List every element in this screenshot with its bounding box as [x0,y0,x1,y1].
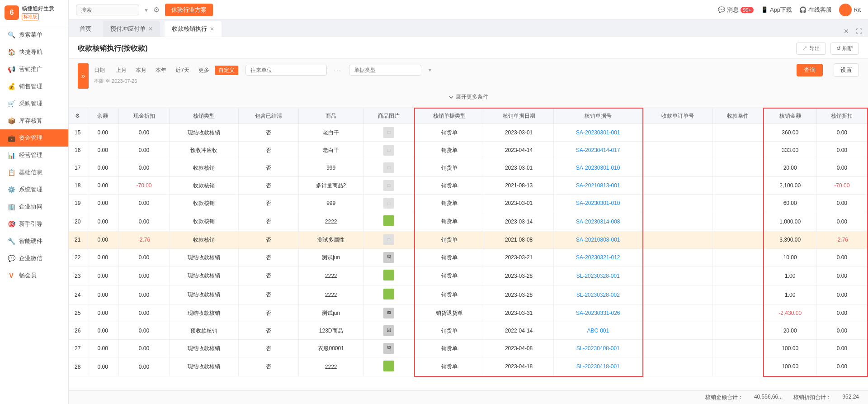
cell-product: 2222 [298,266,363,285]
cell-cancel-bill-no[interactable]: SL-20230328-001 [553,266,643,285]
cell-receipt-condition [712,249,764,266]
cell-cancel-discount: 0.00 [816,304,868,322]
last-7-days-btn[interactable]: 近7天 [172,66,193,75]
custom-date-btn[interactable]: 自定义 [215,66,238,75]
cell-cancel-discount: 0.00 [816,340,868,357]
table-row[interactable]: 22 0.00 0.00 现结收款核销 否 测试jun 🖼 销货单 2023-0… [69,249,868,266]
more-date-btn[interactable]: 更多 [195,66,213,75]
cell-product-image: □ [363,159,415,177]
sidebar-item-purchase[interactable]: 🛒 采购管理 [0,95,68,112]
cell-cancel-bill-no[interactable]: SA-20210808-001 [553,231,643,249]
close-tab-button[interactable]: ✕ [841,26,852,37]
table-row[interactable]: 15 0.00 0.00 现结收款核销 否 老白干 □ 销货单 2023-03-… [69,124,868,142]
chevron-down-icon[interactable]: ▾ [145,6,148,14]
cell-cancel-bill-date: 2023-04-14 [484,142,553,159]
last-month-btn[interactable]: 上月 [112,66,130,75]
cell-cancel-type: 现结收款核销 [169,249,238,266]
sidebar-item-marketing[interactable]: 📢 营销推广 [0,61,68,78]
table-row[interactable]: 21 0.00 -2.76 收款核销 否 测试多属性 □ 销货单 2021-08… [69,231,868,249]
this-year-btn[interactable]: 本年 [152,66,170,75]
cell-cancel-bill-no[interactable]: SA-20210813-001 [553,177,643,195]
cell-cancel-bill-no[interactable]: SA-20230331-026 [553,304,643,322]
industry-solution-button[interactable]: 休验行业方案 [165,4,213,16]
settings-button[interactable]: 设置 [834,63,859,77]
sidebar-item-finance[interactable]: 💼 资金管理 [0,129,68,147]
sidebar-item-sales[interactable]: 💰 销售管理 [0,78,68,95]
cell-balance: 0.00 [87,249,119,266]
table-row[interactable]: 23 0.00 0.00 现结收款核销 否 2222 销货单 2023-03-2… [69,266,868,285]
cell-cancel-bill-no[interactable]: SL-20230328-002 [553,285,643,304]
cell-cancel-bill-no[interactable]: SA-20230301-010 [553,159,643,177]
operations-icon: 📊 [7,151,15,159]
table-row[interactable]: 20 0.00 0.00 收款核销 否 2222 销货单 2023-03-14 … [69,212,868,231]
cell-cancel-bill-type: 销货退货单 [415,304,484,322]
col-receipt-condition: 收款条件 [712,108,764,124]
table-row[interactable]: 18 0.00 -70.00 收款核销 否 多计量商品2 □ 销货单 2021-… [69,177,868,195]
cell-product: 999 [298,159,363,177]
this-month-btn[interactable]: 本月 [132,66,150,75]
cell-cancel-amount: 100.00 [764,340,816,357]
cell-cancel-bill-no[interactable]: SA-20230301-010 [553,195,643,212]
cell-cancel-bill-no[interactable]: SL-20230408-001 [553,340,643,357]
export-button[interactable]: ↗ 导出 [796,43,826,55]
cell-product: 2222 [298,212,363,231]
table-row[interactable]: 28 0.00 0.00 现结收款核销 否 2222 销货单 2023-04-1… [69,357,868,376]
tab-receipt[interactable]: 收款核销执行 ✕ [165,21,222,37]
sidebar-item-system[interactable]: ⚙️ 系统管理 [0,181,68,198]
search-input[interactable] [76,5,139,15]
messages-btn[interactable]: 💬 消息 99+ [718,6,754,14]
user-avatar[interactable]: Rit [839,4,861,16]
cell-cancel-bill-no[interactable]: SL-20230418-001 [553,357,643,376]
online-service-btn[interactable]: 🎧 在线客服 [799,6,832,14]
cell-cancel-amount: 3,390.00 [764,231,816,249]
cell-cancel-bill-no[interactable]: ABC-001 [553,322,643,340]
app-download-btn[interactable]: 📱 App下载 [761,6,792,14]
cell-cancel-type: 预收款核销 [169,322,238,340]
table-row[interactable]: 17 0.00 0.00 收款核销 否 999 □ 销货单 2023-03-01… [69,159,868,177]
sidebar-item-inventory[interactable]: 📦 库存核算 [0,112,68,129]
tab-prepaid[interactable]: 预付冲应付单 ✕ [103,21,160,37]
table-row[interactable]: 24 0.00 0.00 现结收款核销 否 2222 销货单 2023-03-2… [69,285,868,304]
sidebar-item-enterprise[interactable]: 🏢 企业协同 [0,198,68,215]
cell-cancel-bill-date: 2023-03-01 [484,159,553,177]
bill-type-filter[interactable] [349,65,421,76]
gear-icon[interactable]: ⚙ [153,5,160,14]
bill-type-arrow: ▾ [429,67,431,73]
cell-cancel-amount: 100.00 [764,357,816,376]
customer-filter-input[interactable] [245,65,327,76]
cell-cancel-bill-no[interactable]: SA-20230301-001 [553,124,643,142]
cell-cancel-bill-no[interactable]: SA-20230321-012 [553,249,643,266]
tab-receipt-close[interactable]: ✕ [210,26,214,32]
message-icon: 💬 [718,6,725,13]
sidebar-item-wechat[interactable]: 💬 企业微信 [0,250,68,267]
table-row[interactable]: 27 0.00 0.00 现结收款核销 否 衣服00001 🖼 销货单 2023… [69,340,868,357]
tab-home[interactable]: 首页 [72,21,99,37]
refresh-button[interactable]: ↺ 刷新 [830,43,859,55]
table-row[interactable]: 26 0.00 0.00 预收款核销 否 123D商品 🖼 销货单 2022-0… [69,322,868,340]
sidebar-item-operations[interactable]: 📊 经营管理 [0,147,68,164]
filter-toggle-button[interactable]: » [78,63,89,89]
cell-receipt-condition [712,159,764,177]
sidebar-item-quicknav[interactable]: 🏠 快捷导航 [0,43,68,61]
cell-cancel-bill-no[interactable]: SA-20230414-017 [553,142,643,159]
sidebar-item-search[interactable]: 🔍 搜索菜单 [0,26,68,43]
cell-cancel-bill-date: 2023-04-18 [484,357,553,376]
expand-conditions-button[interactable]: 展开更多条件 [78,91,859,103]
sidebar-item-guide[interactable]: 🎯 新手引导 [0,215,68,233]
sidebar-item-base[interactable]: 📋 基础信息 [0,164,68,181]
sidebar-item-label: 搜索菜单 [19,31,42,39]
finance-icon: 💼 [7,134,15,142]
cell-cancel-bill-no[interactable]: SA-20230314-008 [553,212,643,231]
sidebar-item-label: 企业微信 [19,254,42,262]
maximize-tab-button[interactable]: ⛶ [854,26,864,37]
cell-cancel-amount: 1,000.00 [764,212,816,231]
sidebar-item-hardware[interactable]: 🔧 智能硬件 [0,233,68,250]
table-row[interactable]: 25 0.00 0.00 现结收款核销 否 测试jun 🖼 销货退货单 2023… [69,304,868,322]
table-row[interactable]: 16 0.00 0.00 预收冲应收 否 老白干 □ 销货单 2023-04-1… [69,142,868,159]
table-row[interactable]: 19 0.00 0.00 收款核销 否 999 □ 销货单 2023-03-01… [69,195,868,212]
cell-include-closed: 否 [239,249,299,266]
tab-prepaid-close[interactable]: ✕ [148,26,153,32]
col-settings[interactable]: ⚙ [69,108,87,124]
sidebar-item-member[interactable]: V 畅会员 [0,267,68,284]
query-button[interactable]: 查询 [797,64,823,76]
